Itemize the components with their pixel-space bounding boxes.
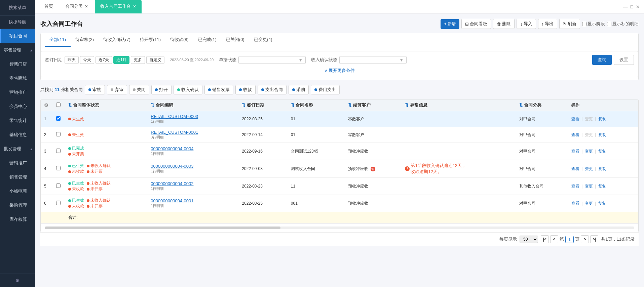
sidebar-item-wholesale[interactable]: 批发管理 ▲ xyxy=(0,142,35,156)
tab-income-workbench[interactable]: 收入合同工作台 ✕ xyxy=(95,0,142,13)
export-button[interactable]: ↑ 导出 xyxy=(538,19,558,29)
sidebar-item-marketing[interactable]: 营销推广 xyxy=(0,85,35,99)
sidebar-item-smart-store[interactable]: 智慧门店 xyxy=(0,57,35,71)
maximize-icon[interactable]: □ xyxy=(631,4,633,9)
close-action-btn[interactable]: 关闭 xyxy=(129,85,149,94)
income-confirm-select[interactable]: ▼ xyxy=(339,56,407,64)
sidebar-nav[interactable]: 快捷导航 xyxy=(0,16,35,29)
filter-tab-pending-payment[interactable]: 待收款(8) xyxy=(165,33,193,47)
row-checkbox[interactable] xyxy=(56,166,61,170)
filter-tab-closed[interactable]: 已关闭(0) xyxy=(221,33,249,47)
view-op-btn[interactable]: 查看 xyxy=(571,149,579,154)
show-label-checkbox[interactable]: 显示标的明细 xyxy=(607,21,639,27)
sidebar-item-basic-info[interactable]: 基础信息 xyxy=(0,128,35,142)
row-checkbox[interactable] xyxy=(56,149,61,153)
date-btn-more[interactable]: 更多 xyxy=(131,56,145,64)
date-btn-last-month[interactable]: 近1月 xyxy=(113,56,130,64)
filter-tab-pending-invoice[interactable]: 待开票(11) xyxy=(135,33,165,47)
sidebar-search[interactable]: 搜索菜单 xyxy=(0,0,35,16)
last-page-btn[interactable]: >| xyxy=(590,235,598,243)
col-gear[interactable]: ⚙ xyxy=(41,99,53,111)
copy-op-btn[interactable]: 复制 xyxy=(598,149,606,154)
collect-action-btn[interactable]: 收款 xyxy=(235,85,256,94)
next-page-btn[interactable]: > xyxy=(581,235,589,243)
abandon-action-btn[interactable]: 弃审 xyxy=(107,85,127,94)
pay-contract-action-btn[interactable]: 支出合同 xyxy=(258,85,287,94)
horizontal-scrollbar[interactable] xyxy=(45,227,634,229)
view-op-btn[interactable]: 查看 xyxy=(571,117,579,121)
copy-op-btn[interactable]: 复制 xyxy=(598,184,606,189)
row-checkbox[interactable] xyxy=(56,183,61,188)
minimize-icon[interactable]: — xyxy=(623,4,628,9)
filter-tab-all[interactable]: 全部(11) xyxy=(45,33,71,47)
row-checkbox[interactable] xyxy=(56,132,61,136)
change-op-btn[interactable]: 变更 xyxy=(585,184,593,189)
sidebar-item-project[interactable]: 项目合同 xyxy=(0,29,35,43)
change-op-btn[interactable]: 变更 xyxy=(585,149,593,154)
copy-op-btn[interactable]: 复制 xyxy=(598,117,606,121)
filter-tab-changed[interactable]: 已变更(4) xyxy=(249,33,277,47)
sidebar-item-purchase[interactable]: 采购管理 xyxy=(0,198,35,212)
contract-code-link[interactable]: 0000000000004-0004 xyxy=(151,146,193,151)
invoice-action-btn[interactable]: 销售发票 xyxy=(204,85,233,94)
copy-op-btn[interactable]: 复制 xyxy=(598,166,606,171)
date-btn-custom[interactable]: 自定义 xyxy=(146,56,164,64)
contract-code-link[interactable]: 0000000000004-0003 xyxy=(151,164,193,169)
sidebar-item-retail-mgmt[interactable]: 零售管理 ▲ xyxy=(0,43,35,57)
tab-close-income[interactable]: ✕ xyxy=(133,4,136,9)
tab-contract-cat[interactable]: 合同分类 ✕ xyxy=(60,0,93,13)
sidebar-item-retail-mall[interactable]: 零售商城 xyxy=(0,71,35,85)
expand-more-btn[interactable]: ∨ 展开更多条件 xyxy=(324,68,355,74)
sidebar-item-sales-mgmt[interactable]: 销售管理 xyxy=(0,170,35,184)
sidebar-item-inventory[interactable]: 库存核算 xyxy=(0,212,35,227)
sidebar-item-retail-stat[interactable]: 零售统计 xyxy=(0,114,35,128)
import-button[interactable]: ↓ 导入 xyxy=(517,19,536,29)
review-action-btn[interactable]: 审核 xyxy=(85,85,105,94)
tab-home[interactable]: 首页 xyxy=(39,0,59,13)
refresh-button[interactable]: ↻ 刷新 xyxy=(559,19,580,29)
view-op-btn[interactable]: 查看 xyxy=(571,132,579,137)
purchase-action-btn[interactable]: 采购 xyxy=(289,85,309,94)
sidebar-item-member[interactable]: 会员中心 xyxy=(0,99,35,114)
sidebar-item-ecommerce[interactable]: 小畅电商 xyxy=(0,184,35,198)
show-stage-checkbox[interactable]: 显示阶段 xyxy=(582,21,605,27)
view-op-btn[interactable]: 查看 xyxy=(571,166,579,171)
change-op-btn[interactable]: 变更 xyxy=(585,166,593,171)
date-btn-last7[interactable]: 近7天 xyxy=(96,56,112,64)
per-page-select[interactable]: 50 20 100 xyxy=(520,236,538,243)
settings-icon[interactable]: ⚙ xyxy=(0,274,35,287)
filter-tab-completed[interactable]: 已完成(1) xyxy=(193,33,221,47)
sidebar-item-mkt-promo[interactable]: 营销推广 xyxy=(0,156,35,170)
print-action-btn[interactable]: 打开 xyxy=(151,85,172,94)
date-btn-yesterday[interactable]: 昨天 xyxy=(65,56,79,64)
close-icon[interactable]: ✕ xyxy=(636,4,640,9)
gear-icon[interactable]: ⚙ xyxy=(44,102,48,108)
view-op-btn[interactable]: 查看 xyxy=(571,201,579,206)
filter-tab-pending-confirm[interactable]: 待收入确认(7) xyxy=(99,33,135,47)
change-op-btn[interactable]: 变更 xyxy=(585,201,593,206)
tab-close-contract-cat[interactable]: ✕ xyxy=(85,4,88,9)
prev-page-btn[interactable]: < xyxy=(550,235,558,243)
contract-code-link[interactable]: RETAIL_CUSTOM-0003 xyxy=(151,114,198,119)
delete-button[interactable]: 🗑 删除 xyxy=(493,19,515,29)
query-button[interactable]: 查询 xyxy=(592,55,612,65)
contract-code-link[interactable]: 0000000000004-0001 xyxy=(151,198,193,203)
confirm-action-btn[interactable]: 收入确认 xyxy=(174,85,202,94)
new-button[interactable]: + 新增 xyxy=(441,19,459,29)
doc-status-select[interactable]: ▼ xyxy=(238,56,306,64)
board-button[interactable]: ⊞ 合同看板 xyxy=(461,19,491,29)
copy-op-btn[interactable]: 复制 xyxy=(598,132,606,137)
date-btn-today[interactable]: 今天 xyxy=(80,56,94,64)
current-page[interactable]: 1 xyxy=(565,236,574,243)
contract-code-link[interactable]: RETAIL_CUSTOM-0001 xyxy=(151,130,198,135)
set-button[interactable]: 设置 xyxy=(614,55,634,65)
copy-op-btn[interactable]: 复制 xyxy=(598,201,606,206)
col-checkbox[interactable] xyxy=(53,99,65,111)
select-all-checkbox[interactable] xyxy=(56,102,61,107)
first-page-btn[interactable]: |< xyxy=(541,235,549,243)
contract-code-link[interactable]: 0000000000004-0002 xyxy=(151,181,193,186)
view-op-btn[interactable]: 查看 xyxy=(571,184,579,189)
expense-out-action-btn[interactable]: 费用支出 xyxy=(311,85,340,94)
filter-tab-pending-review[interactable]: 待审核(2) xyxy=(71,33,99,47)
row-checkbox[interactable] xyxy=(56,116,61,121)
